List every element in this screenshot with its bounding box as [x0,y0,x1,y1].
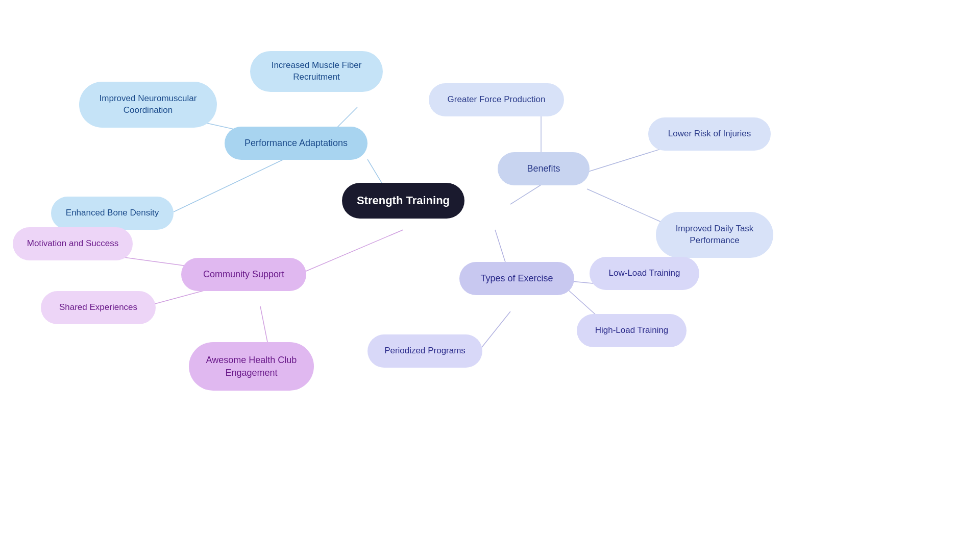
periodized-programs-node[interactable]: Periodized Programs [368,334,482,368]
enhanced-bone-density-label: Enhanced Bone Density [66,207,159,219]
improved-neuromuscular-node[interactable]: Improved Neuromuscular Coordination [79,82,217,128]
shared-experiences-label: Shared Experiences [59,302,137,314]
shared-experiences-node[interactable]: Shared Experiences [41,291,156,324]
svg-line-3 [174,158,286,212]
svg-line-4 [510,185,541,204]
low-load-training-node[interactable]: Low-Load Training [590,257,699,290]
periodized-programs-label: Periodized Programs [384,345,465,357]
health-club-engagement-label: Awesome Health Club Engagement [200,354,303,379]
benefits-label: Benefits [527,162,560,175]
improved-daily-task-label: Improved Daily Task Performance [667,223,762,247]
enhanced-bone-density-node[interactable]: Enhanced Bone Density [51,197,174,230]
community-support-node[interactable]: Community Support [181,258,306,291]
svg-line-15 [480,311,510,350]
high-load-training-node[interactable]: High-Load Training [577,314,687,347]
greater-force-production-node[interactable]: Greater Force Production [429,83,564,116]
types-of-exercise-label: Types of Exercise [480,272,553,284]
motivation-success-node[interactable]: Motivation and Success [13,227,133,260]
health-club-engagement-node[interactable]: Awesome Health Club Engagement [189,342,314,391]
center-node[interactable]: Strength Training [342,183,464,219]
svg-line-6 [582,147,669,174]
motivation-success-label: Motivation and Success [27,238,119,250]
performance-adaptations-node[interactable]: Performance Adaptations [225,127,368,160]
increased-muscle-fiber-node[interactable]: Increased Muscle Fiber Recruitment [250,51,383,92]
high-load-training-label: High-Load Training [595,325,669,336]
increased-muscle-fiber-label: Increased Muscle Fiber Recruitment [261,60,372,83]
types-of-exercise-node[interactable]: Types of Exercise [459,262,574,295]
improved-neuromuscular-label: Improved Neuromuscular Coordination [90,93,206,116]
benefits-node[interactable]: Benefits [498,152,590,185]
community-support-label: Community Support [203,268,284,280]
center-label: Strength Training [357,193,450,208]
lower-risk-injuries-label: Lower Risk of Injuries [668,128,751,140]
low-load-training-label: Low-Load Training [609,268,680,279]
lower-risk-injuries-node[interactable]: Lower Risk of Injuries [648,117,771,151]
svg-line-8 [301,230,403,273]
improved-daily-task-node[interactable]: Improved Daily Task Performance [656,212,773,258]
performance-adaptations-label: Performance Adaptations [244,137,348,149]
greater-force-production-label: Greater Force Production [448,94,546,106]
